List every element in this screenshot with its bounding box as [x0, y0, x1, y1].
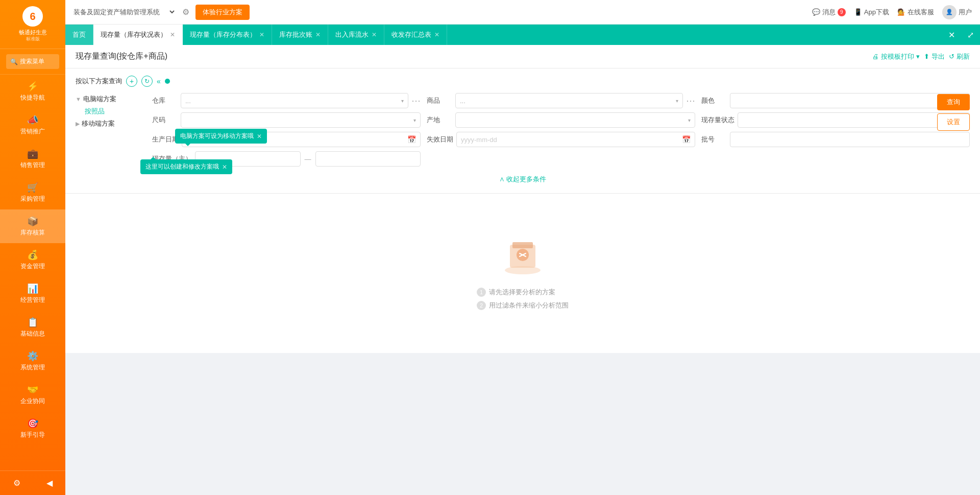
close-all-tabs-button[interactable]: ✕: [942, 30, 961, 40]
sidebar-item-operations[interactable]: 📊 经营管理: [0, 277, 65, 311]
message-button[interactable]: 💬 消息 9: [812, 8, 846, 17]
service-icon: 💁: [897, 8, 905, 16]
inventory-status-field: 现存量状态 ▾: [701, 112, 970, 128]
refresh-button[interactable]: ↺ 刷新: [949, 52, 970, 61]
sidebar-item-purchase[interactable]: 🛒 采购管理: [0, 176, 65, 209]
tab-collect-summary[interactable]: 收发存汇总表 ✕: [384, 25, 447, 45]
tab-in-out-flow-close[interactable]: ✕: [372, 31, 377, 38]
goods-more-icon[interactable]: ⋯: [686, 95, 695, 106]
tab-inventory-dist[interactable]: 现存量（库存分布表） ✕: [183, 25, 272, 45]
sidebar-item-sales[interactable]: 💼 销售管理: [0, 142, 65, 176]
sidebar: 6 畅通好生意 标准版 🔍 搜索菜单 ⚡ 快捷导航 📣 营销推广 💼 销售管理 …: [0, 0, 65, 495]
filter-back-button[interactable]: «: [157, 77, 161, 85]
export-button[interactable]: ⬆ 导出: [924, 52, 945, 61]
sidebar-item-label: 采购管理: [20, 195, 45, 203]
search-menu-button[interactable]: 🔍 搜索菜单: [6, 54, 59, 69]
sidebar-item-system[interactable]: ⚙️ 系统管理: [0, 344, 65, 378]
sidebar-item-label: 新手引导: [20, 431, 45, 439]
scheme-mobile-expand-icon[interactable]: ▶: [76, 121, 80, 127]
scheme-mobile-item[interactable]: ▶ 移动端方案: [76, 117, 152, 130]
filter-refresh-button[interactable]: ↻: [141, 76, 153, 87]
warehouse-select[interactable]: ... ▾: [181, 93, 408, 108]
quick-nav-icon: ⚡: [27, 81, 38, 92]
scheme-pc-item[interactable]: ▼ 电脑端方案: [76, 93, 152, 105]
sidebar-item-quick-nav[interactable]: ⚡ 快捷导航: [0, 75, 65, 108]
calendar-icon[interactable]: 📅: [682, 135, 691, 144]
tab-batch-account-close[interactable]: ✕: [315, 31, 321, 38]
collapse-sidebar-button[interactable]: ◀: [44, 476, 55, 490]
sidebar-item-finance[interactable]: 💰 资金管理: [0, 243, 65, 277]
app-download-button[interactable]: 📱 App下载: [854, 8, 889, 17]
sidebar-item-enterprise[interactable]: 🤝 企业协同: [0, 378, 65, 412]
expiry-date-field: 失效日期 yyyy-mm-dd 📅: [427, 132, 695, 147]
scheme-pc-child[interactable]: 按照品: [76, 105, 152, 117]
export-icon: ⬆: [924, 53, 929, 60]
expiry-date-input[interactable]: yyyy-mm-dd 📅: [456, 132, 695, 147]
page-actions: 🖨 按模板打印 ▾ ⬆ 导出 ↺ 刷新: [872, 52, 970, 61]
print-button[interactable]: 🖨 按模板打印 ▾: [872, 52, 920, 61]
tooltip-scheme-close[interactable]: ✕: [257, 133, 262, 140]
size-select[interactable]: ▾: [181, 112, 421, 128]
scheme-mobile-label[interactable]: 移动端方案: [82, 119, 115, 128]
calendar-icon[interactable]: 📅: [407, 135, 416, 144]
refresh-icon: ↺: [949, 53, 954, 60]
sidebar-item-label: 库存核算: [20, 228, 45, 237]
goods-select[interactable]: ... ▾: [455, 93, 683, 108]
sidebar-item-label: 营销推广: [20, 127, 45, 136]
trial-button[interactable]: 体验行业方案: [195, 5, 250, 20]
tab-inventory-dist-close[interactable]: ✕: [259, 31, 264, 38]
scheme-pc-label[interactable]: 电脑端方案: [83, 95, 116, 104]
print-icon: 🖨: [872, 53, 879, 60]
chevron-down-icon: ▾: [676, 98, 678, 104]
sidebar-item-basic[interactable]: 📋 基础信息: [0, 311, 65, 344]
empty-illustration: [497, 234, 548, 275]
tab-batch-account[interactable]: 库存批次账 ✕: [272, 25, 328, 45]
sidebar-search[interactable]: 🔍 搜索菜单: [0, 49, 65, 75]
sidebar-item-label: 基础信息: [20, 329, 45, 338]
warehouse-more-icon[interactable]: ⋯: [411, 95, 421, 106]
color-label: 颜色: [701, 96, 727, 105]
tooltip-create: 这里可以创建和修改方案哦 ✕: [140, 159, 232, 174]
settings-button[interactable]: ⚙: [11, 476, 22, 490]
sidebar-item-label: 企业协同: [20, 397, 45, 406]
sidebar-item-label: 快捷导航: [20, 93, 45, 102]
scheme-pc-child-label[interactable]: 按照品: [85, 107, 105, 116]
empty-tip-1: 1 请先选择要分析的方案: [477, 286, 569, 299]
color-select[interactable]: ▾: [730, 93, 970, 108]
tab-collect-summary-close[interactable]: ✕: [434, 31, 439, 38]
inventory-status-select[interactable]: ▾: [738, 112, 970, 128]
online-service-button[interactable]: 💁 在线客服: [897, 8, 934, 17]
gear-button[interactable]: ⚙: [182, 7, 189, 17]
sidebar-item-newbie[interactable]: 🎯 新手引导: [0, 412, 65, 445]
filter-row-3: 生产日期 yyyy-mm-dd 📅 失效日期 yyyy-mm-dd 📅: [152, 132, 970, 147]
chevron-down-icon: ▾: [688, 117, 691, 123]
message-icon: 💬: [812, 8, 820, 16]
filter-add-button[interactable]: +: [126, 76, 137, 87]
system-title-select[interactable]: [166, 8, 176, 16]
batch-label: 批号: [701, 135, 727, 144]
goods-label: 商品: [427, 96, 452, 105]
tab-inventory-status-close[interactable]: ✕: [170, 31, 175, 38]
batch-input[interactable]: [730, 132, 970, 147]
sidebar-item-marketing[interactable]: 📣 营销推广: [0, 108, 65, 142]
message-badge: 9: [838, 8, 846, 16]
expand-tabs-button[interactable]: ⤢: [961, 30, 980, 40]
search-actions: 查询 设置: [937, 94, 970, 131]
basic-icon: 📋: [27, 317, 38, 328]
step-num-2: 2: [477, 301, 486, 310]
tab-inventory-status[interactable]: 现存量（库存状况表） ✕: [93, 25, 183, 45]
current-qty-max-input[interactable]: [315, 151, 421, 167]
tooltip-create-close[interactable]: ✕: [222, 163, 227, 171]
user-menu[interactable]: 👤 用户: [942, 5, 972, 19]
reset-button[interactable]: 设置: [937, 113, 970, 131]
scheme-pc-expand-icon[interactable]: ▼: [76, 96, 81, 102]
sidebar-item-inventory[interactable]: 📦 库存核算: [0, 209, 65, 243]
origin-select[interactable]: ▾: [455, 112, 695, 128]
tab-in-out-flow[interactable]: 出入库流水 ✕: [328, 25, 384, 45]
search-button[interactable]: 查询: [937, 94, 970, 110]
user-avatar: 👤: [942, 5, 957, 19]
sidebar-footer: ⚙ ◀: [0, 470, 65, 495]
tab-inventory-status-label: 现存量（库存状况表）: [101, 30, 167, 39]
filter-label: 按以下方案查询: [76, 77, 122, 86]
tab-home[interactable]: 首页: [65, 25, 93, 45]
